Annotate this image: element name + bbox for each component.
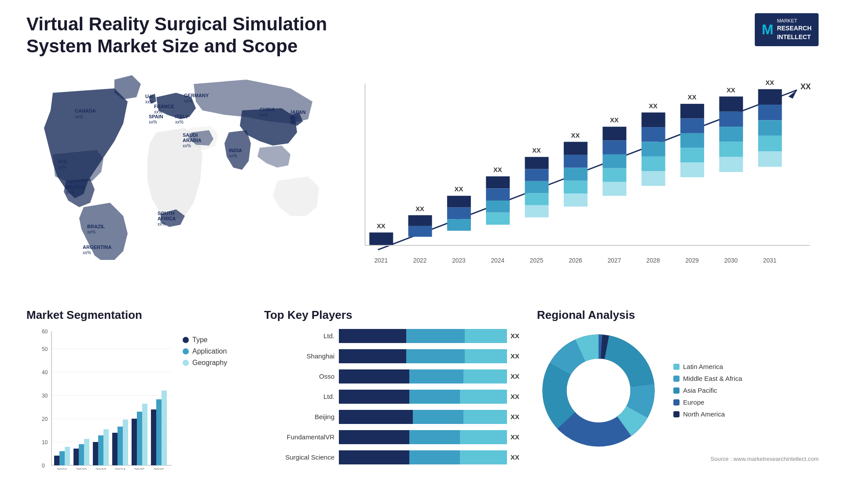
svg-rect-97 (103, 429, 109, 465)
svg-text:2031: 2031 (763, 257, 777, 264)
svg-rect-101 (123, 420, 128, 465)
svg-rect-89 (65, 447, 70, 465)
mea-label: Middle East & Africa (683, 375, 742, 382)
legend-asia: Asia Pacific (673, 387, 742, 394)
svg-text:2024: 2024 (491, 257, 504, 264)
latin-label: Latin America (683, 363, 723, 370)
player-label-1: XX (511, 352, 519, 360)
legend-application: Application (183, 347, 227, 355)
southafrica-value: xx% (158, 222, 166, 226)
germany-value: xx% (184, 99, 192, 103)
logo-box: M MARKET RESEARCH INTELLECT (755, 13, 819, 46)
player-name-3: Ltd. (264, 393, 334, 400)
type-dot (183, 337, 189, 343)
svg-text:XX: XX (571, 131, 580, 139)
svg-rect-18 (486, 212, 510, 224)
bar-chart-section: XX XX 2021 XX 2022 XX 2023 (352, 66, 819, 295)
svg-rect-44 (642, 142, 665, 156)
saudi-label2: ARABIA (183, 138, 202, 143)
svg-rect-51 (680, 133, 704, 148)
svg-text:2025: 2025 (530, 257, 544, 264)
svg-text:40: 40 (42, 369, 48, 376)
svg-rect-88 (59, 451, 65, 465)
svg-rect-59 (719, 142, 743, 157)
svg-rect-103 (132, 419, 137, 465)
svg-rect-29 (564, 155, 588, 168)
key-players-title: Top Key Players (264, 308, 519, 322)
spain-value: xx% (149, 120, 157, 124)
player-name-6: Surgical Science (264, 453, 334, 461)
legend-latin-america: Latin America (673, 363, 742, 370)
svg-text:XX: XX (532, 147, 541, 154)
segmentation-legend: Type Application Geography (183, 336, 227, 367)
bottom-section: Market Segmentation 0 10 20 30 40 50 60 (26, 308, 819, 497)
svg-text:50: 50 (42, 346, 48, 352)
legend-europe: Europe (673, 398, 742, 406)
logo-area: M MARKET RESEARCH INTELLECT (755, 13, 819, 46)
svg-text:2029: 2029 (685, 257, 699, 264)
svg-rect-109 (162, 391, 167, 465)
player-bar-6: XX (339, 450, 519, 464)
italy-value: xx% (175, 120, 184, 124)
geography-label: Geography (192, 359, 227, 367)
svg-text:2021: 2021 (374, 257, 388, 264)
svg-text:XX: XX (765, 79, 774, 86)
italy-label: ITALY (175, 114, 189, 119)
source-line: Source : www.marketresearchintellect.com (537, 456, 819, 462)
mexico-label: MEXICO (66, 184, 85, 190)
argentina-value: xx% (83, 250, 91, 255)
svg-rect-58 (719, 127, 743, 142)
saudi-label: SAUDI (183, 132, 198, 138)
svg-rect-16 (486, 188, 510, 200)
svg-rect-53 (680, 162, 704, 177)
svg-text:XX: XX (455, 186, 463, 193)
player-name-2: Osso (264, 373, 334, 380)
svg-rect-38 (603, 168, 626, 182)
svg-text:60: 60 (42, 329, 48, 335)
svg-text:XX: XX (688, 94, 697, 101)
india-value: xx% (229, 153, 237, 158)
svg-rect-63 (758, 89, 782, 105)
logo-line1: MARKET (777, 18, 797, 24)
logo-line3: INTELLECT (777, 33, 811, 42)
argentina-label: ARGENTINA (83, 245, 111, 250)
main-title: Virtual Reality Surgical Simulation Syst… (26, 13, 378, 58)
svg-text:XX: XX (727, 86, 735, 93)
svg-text:2023: 2023 (96, 467, 106, 470)
svg-rect-50 (680, 118, 704, 133)
player-name-4: Beijing (264, 413, 334, 420)
regional-legend: Latin America Middle East & Africa Asia … (673, 363, 742, 418)
svg-rect-91 (73, 449, 79, 465)
spain-label: SPAIN (149, 114, 163, 119)
asia-label: Asia Pacific (683, 387, 717, 394)
svg-rect-28 (564, 142, 588, 154)
svg-rect-21 (525, 157, 549, 169)
svg-text:2025: 2025 (134, 467, 145, 470)
svg-rect-22 (525, 169, 549, 181)
player-row-1: Shanghai XX (264, 349, 519, 363)
bar-seg-light (465, 329, 507, 343)
svg-rect-65 (758, 120, 782, 135)
bar-chart-svg: XX XX 2021 XX 2022 XX 2023 (352, 75, 819, 278)
svg-text:2027: 2027 (607, 257, 621, 264)
svg-rect-93 (84, 439, 89, 465)
canada-label: CANADA (75, 108, 96, 113)
player-bar-2: XX (339, 369, 519, 383)
player-row-5: FundamentalVR XX (264, 430, 519, 444)
svg-rect-46 (642, 171, 665, 186)
asia-dot (673, 387, 680, 394)
svg-text:2026: 2026 (569, 257, 582, 264)
svg-rect-25 (525, 205, 549, 217)
north-america-label: North America (683, 410, 725, 418)
svg-rect-11 (447, 207, 471, 219)
southafrica-label2: AFRICA (158, 216, 176, 221)
player-bar-4: XX (339, 410, 519, 424)
svg-rect-64 (758, 105, 782, 120)
header: Virtual Reality Surgical Simulation Syst… (26, 13, 819, 58)
svg-rect-39 (603, 182, 626, 196)
svg-rect-31 (564, 181, 588, 194)
svg-rect-95 (93, 442, 98, 465)
svg-rect-10 (447, 196, 471, 208)
svg-rect-57 (719, 112, 743, 127)
france-label: FRANCE (154, 104, 174, 109)
